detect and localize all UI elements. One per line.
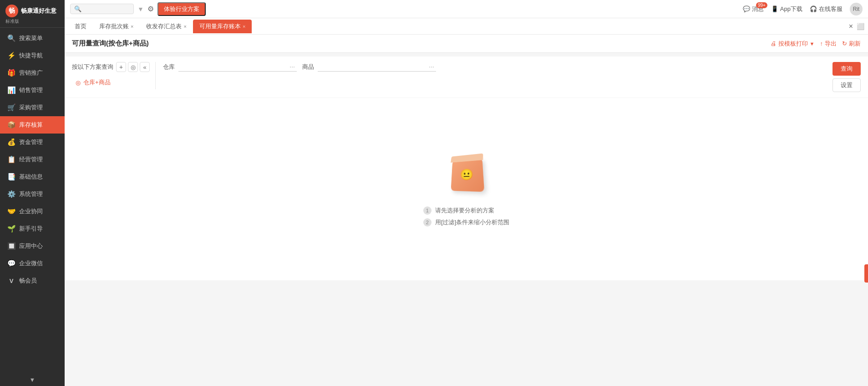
sales-icon: 📊 <box>7 86 15 94</box>
wechat-icon: 💬 <box>7 259 15 268</box>
sidebar-item-newbie[interactable]: 🌱 新手引导 <box>0 220 65 237</box>
online-service[interactable]: 🎧 在线客服 <box>810 5 843 13</box>
print-action[interactable]: 🖨 按模板打印 ▼ <box>771 40 815 48</box>
app-download[interactable]: 📱 App下载 <box>771 5 802 13</box>
app-icon: 📱 <box>771 5 778 12</box>
warehouse-input-box[interactable]: ··· <box>178 62 297 72</box>
sidebar-item-label: 新手引导 <box>19 225 43 233</box>
empty-tip-1: 1 请先选择要分析的方案 <box>423 206 509 215</box>
marketing-icon: 🎁 <box>7 69 15 77</box>
sidebar-scroll-down[interactable]: ▼ <box>0 374 65 386</box>
tab-inventory-summary[interactable]: 收发存汇总表 × <box>140 20 193 33</box>
filter-scheme-actions: + ◎ « <box>116 62 150 72</box>
refresh-action[interactable]: ↻ 刷新 <box>842 40 861 48</box>
sidebar-item-enterprise[interactable]: 🤝 企业协同 <box>0 203 65 220</box>
newbie-icon: 🌱 <box>7 225 15 233</box>
filter-actions: 查询 设置 <box>832 62 861 92</box>
filter-fields: 仓库 ··· 商品 ··· <box>156 62 825 72</box>
page-content: 可用量查询(按仓库+商品) 🖨 按模板打印 ▼ ↑ 导出 ↻ 刷新 <box>65 35 868 386</box>
filter-scheme-item-warehouse-product[interactable]: ◎ 仓库+商品 <box>72 76 150 89</box>
product-more-icon[interactable]: ··· <box>429 63 434 70</box>
filter-field-product: 商品 ··· <box>302 62 436 72</box>
empty-tips: 1 请先选择要分析的方案 2 用[过滤]条件来缩小分析范围 <box>423 206 509 226</box>
export-action[interactable]: ↑ 导出 <box>820 40 837 48</box>
appstore-icon: 🔲 <box>7 242 15 250</box>
filter-scheme-collapse[interactable]: « <box>140 62 150 72</box>
sidebar-item-label: 快捷导航 <box>19 51 43 60</box>
right-scroll-indicator <box>864 264 868 283</box>
sidebar-item-label: 系统管理 <box>19 190 43 198</box>
tab-available-stock[interactable]: 可用量库存账本 × <box>193 20 252 33</box>
sidebar-item-basic[interactable]: 📑 基础信息 <box>0 168 65 185</box>
sidebar-header: 畅 畅康通好生意 标准版 <box>0 0 65 28</box>
empty-state: 😐 1 请先选择要分析的方案 2 用[过滤]条件来缩小分析范围 <box>65 98 868 280</box>
sidebar-item-finance[interactable]: 💰 资金管理 <box>0 134 65 151</box>
tab-available-close[interactable]: × <box>243 24 245 29</box>
refresh-label: 刷新 <box>849 40 861 48</box>
filter-scheme-settings[interactable]: ◎ <box>128 62 138 72</box>
top-header: 🔍 ▼ ⚙ 体验行业方案 💬 消息 99+ 📱 App下载 🎧 在线客服 R <box>65 0 868 18</box>
message-icon: 💬 <box>743 5 750 12</box>
message-badge[interactable]: 💬 消息 99+ <box>743 5 764 13</box>
search-box[interactable]: 🔍 <box>70 4 134 14</box>
sidebar-item-label: 库存核算 <box>19 121 43 129</box>
sidebar-item-operation[interactable]: 📋 经营管理 <box>0 151 65 168</box>
query-button[interactable]: 查询 <box>832 62 861 76</box>
main-area: 🔍 ▼ ⚙ 体验行业方案 💬 消息 99+ 📱 App下载 🎧 在线客服 R <box>65 0 868 386</box>
tab-available-label: 可用量库存账本 <box>199 22 241 31</box>
search-input[interactable] <box>83 6 129 12</box>
sidebar-item-label: 采购管理 <box>19 103 43 112</box>
basic-icon: 📑 <box>7 173 15 181</box>
inventory-icon: 📦 <box>7 121 15 129</box>
tip-text-2: 用[过滤]条件来缩小分析范围 <box>435 218 509 226</box>
scheme-icon: ◎ <box>76 79 81 86</box>
sidebar-item-label: 搜索菜单 <box>19 34 43 42</box>
search-icon: 🔍 <box>7 34 15 42</box>
sidebar-item-marketing[interactable]: 🎁 营销推广 <box>0 64 65 82</box>
tab-close-icon[interactable]: × <box>849 22 853 31</box>
page-header: 可用量查询(按仓库+商品) 🖨 按模板打印 ▼ ↑ 导出 ↻ 刷新 <box>65 35 868 53</box>
tab-home[interactable]: 首页 <box>68 20 93 33</box>
sidebar-item-purchase[interactable]: 🛒 采购管理 <box>0 99 65 116</box>
settings-button[interactable]: 设置 <box>832 78 861 92</box>
filter-scheme-add[interactable]: + <box>116 62 126 72</box>
sidebar-item-wechat[interactable]: 💬 企业微信 <box>0 255 65 272</box>
sidebar-item-appstore[interactable]: 🔲 应用中心 <box>0 237 65 255</box>
tab-summary-label: 收发存汇总表 <box>146 22 182 31</box>
sidebar-nav: 🔍 搜索菜单 ⚡ 快捷导航 🎁 营销推广 📊 销售管理 🛒 采购管理 📦 库存核… <box>0 28 65 374</box>
tab-maximize-icon[interactable]: ⬜ <box>857 23 864 30</box>
sidebar-item-member[interactable]: V 畅会员 <box>0 272 65 289</box>
product-input-box[interactable]: ··· <box>318 62 436 72</box>
product-input[interactable] <box>320 63 427 70</box>
sidebar-item-inventory[interactable]: 📦 库存核算 <box>0 116 65 134</box>
tab-summary-close[interactable]: × <box>183 24 186 29</box>
sidebar-item-system[interactable]: ⚙️ 系统管理 <box>0 185 65 203</box>
tabs-bar: 首页 库存批次账 × 收发存汇总表 × 可用量库存账本 × × ⬜ <box>65 18 868 35</box>
service-icon: 🎧 <box>810 5 817 12</box>
sidebar-item-search[interactable]: 🔍 搜索菜单 <box>0 30 65 47</box>
system-icon: ⚙️ <box>7 190 15 198</box>
tabs-actions: × ⬜ <box>849 22 864 31</box>
member-icon: V <box>7 277 15 285</box>
filter-scheme-header: 按以下方案查询 + ◎ « <box>72 62 150 72</box>
scheme-item-label: 仓库+商品 <box>83 78 111 87</box>
page-title: 可用量查询(按仓库+商品) <box>72 39 149 48</box>
enterprise-icon: 🤝 <box>7 207 15 216</box>
trial-button[interactable]: 体验行业方案 <box>157 2 206 16</box>
sidebar-item-label: 经营管理 <box>19 155 43 164</box>
refresh-icon: ↻ <box>842 40 847 47</box>
sidebar-item-label: 畅会员 <box>19 277 37 285</box>
sidebar-item-shortcut[interactable]: ⚡ 快捷导航 <box>0 47 65 64</box>
product-label: 商品 <box>302 63 314 71</box>
chevron-down-icon[interactable]: ▼ <box>137 5 144 13</box>
export-icon: ↑ <box>820 40 823 47</box>
tab-batch-close[interactable]: × <box>131 24 133 29</box>
sidebar-item-sales[interactable]: 📊 销售管理 <box>0 82 65 99</box>
search-icon: 🔍 <box>74 5 81 12</box>
sidebar-logo: 畅 畅康通好生意 <box>5 5 59 17</box>
user-avatar-area[interactable]: Rit <box>850 3 863 15</box>
tab-batch-accounts[interactable]: 库存批次账 × <box>93 20 140 33</box>
gear-icon[interactable]: ⚙ <box>147 5 154 13</box>
warehouse-more-icon[interactable]: ··· <box>289 63 295 70</box>
warehouse-input[interactable] <box>180 63 288 70</box>
